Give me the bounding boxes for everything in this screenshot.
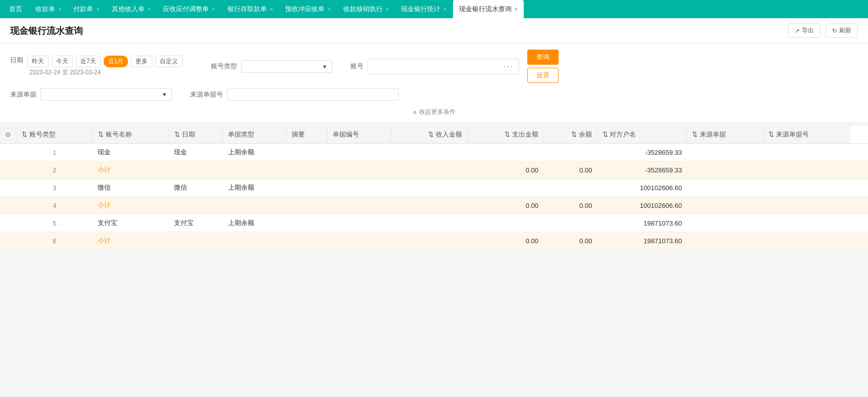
- th-expense[interactable]: ⇅ 支出金额: [467, 126, 543, 144]
- close-icon[interactable]: ×: [443, 6, 446, 12]
- cell-account-name: 微信: [169, 179, 222, 197]
- cell-summary: [327, 232, 391, 250]
- filter-area: 日期 昨天 今天 近7天 近1月 更多 自定义 2023-02-24 至 202…: [0, 43, 868, 123]
- close-icon[interactable]: ×: [270, 6, 273, 12]
- export-button[interactable]: ↗ 导出: [788, 23, 820, 38]
- export-icon: ↗: [795, 27, 800, 34]
- cell-counterparty: [687, 179, 763, 197]
- close-icon[interactable]: ×: [148, 6, 151, 12]
- th-source-doc-no[interactable]: ⇅ 来源单据号: [763, 126, 851, 144]
- cell-source-doc: [763, 179, 851, 197]
- nav-tab-4[interactable]: 银行存取款单 ×: [221, 0, 279, 18]
- nav-tab-7[interactable]: 现金银行统计 ×: [395, 0, 452, 18]
- cell-expense: 0.00: [543, 197, 597, 214]
- row-number: 5: [17, 214, 93, 232]
- date-btn-yesterday[interactable]: 昨天: [27, 56, 49, 67]
- table-row: 2小计0.000.00-3528659.33: [0, 161, 868, 179]
- account-type-select[interactable]: ▾: [241, 60, 332, 73]
- cell-source-doc-no: [850, 214, 868, 232]
- cell-source-doc: [763, 161, 851, 179]
- date-btn-custom[interactable]: 自定义: [155, 56, 182, 67]
- cell-account-type: 小计: [93, 161, 169, 179]
- row-number: 2: [17, 161, 93, 179]
- cell-balance: 19871073.60: [597, 214, 687, 232]
- cell-income: 0.00: [467, 161, 543, 179]
- source-doc-select[interactable]: ▾: [40, 88, 172, 101]
- date-label: 日期: [10, 56, 23, 65]
- th-counterparty[interactable]: ⇅ 对方户名: [597, 126, 687, 144]
- nav-tab-3[interactable]: 应收应付调整单 ×: [157, 0, 221, 18]
- source-doc-no-input[interactable]: [227, 88, 399, 101]
- th-income[interactable]: ⇅ 收入金额: [391, 126, 467, 144]
- row-number: 3: [17, 179, 93, 197]
- cell-balance: 100102606.60: [597, 197, 687, 214]
- gear-icon[interactable]: ⚙: [5, 131, 11, 139]
- cell-expense: 0.00: [543, 161, 597, 179]
- date-btn-today[interactable]: 今天: [52, 56, 73, 67]
- date-btn-7days[interactable]: 近7天: [76, 56, 101, 67]
- collapse-bar[interactable]: ∧ 收起更多条件: [10, 106, 858, 118]
- close-icon[interactable]: ×: [58, 6, 61, 12]
- nav-tab-8[interactable]: 现金银行流水查询 ×: [453, 0, 524, 18]
- cell-balance: -3528659.33: [597, 161, 687, 179]
- cell-date: 上期余额: [223, 179, 287, 197]
- dots-icon[interactable]: ···: [503, 61, 514, 72]
- cell-expense: [543, 179, 597, 197]
- date-btn-more[interactable]: 更多: [131, 56, 152, 67]
- close-icon[interactable]: ×: [212, 6, 215, 12]
- cell-expense: 0.00: [543, 232, 597, 250]
- cell-counterparty: [687, 214, 763, 232]
- th-source-doc[interactable]: ⇅ 来源单据: [687, 126, 763, 144]
- close-icon[interactable]: ×: [328, 6, 331, 12]
- close-icon[interactable]: ×: [386, 6, 389, 12]
- row-number: 4: [17, 197, 93, 214]
- cell-doc-no: [391, 197, 467, 214]
- nav-tab-6[interactable]: 收款核销执行 ×: [337, 0, 395, 18]
- cell-summary: [327, 197, 391, 214]
- th-account-name[interactable]: ⇅ 账号名称: [93, 126, 169, 144]
- cell-summary: [327, 144, 391, 161]
- cell-settings: [0, 144, 17, 161]
- cell-summary: [327, 214, 391, 232]
- filter-right-actions: 查询 设置: [527, 50, 559, 83]
- account-type-label: 账号类型: [211, 62, 237, 71]
- cell-settings: [0, 179, 17, 197]
- top-nav: 首页 收款单 × 付款单 × 其他收入单 × 应收应付调整单 × 银行存取款单 …: [0, 0, 868, 18]
- date-btn-1month[interactable]: 近1月: [104, 56, 128, 67]
- data-table-container: ⚙ ⇅ 账号类型 ⇅ 账号名称 ⇅ 日期 单据类型 摘要: [0, 126, 868, 250]
- refresh-button[interactable]: ↻ 刷新: [826, 23, 858, 38]
- close-icon[interactable]: ×: [515, 6, 518, 12]
- nav-tab-2[interactable]: 其他收入单 ×: [106, 0, 157, 18]
- row-number: 6: [17, 232, 93, 250]
- th-account-type[interactable]: ⇅ 账号类型: [17, 126, 93, 144]
- cell-doc-no: [391, 179, 467, 197]
- nav-tab-5[interactable]: 预收冲应收单 ×: [279, 0, 337, 18]
- cell-income: [467, 214, 543, 232]
- cell-source-doc: [763, 214, 851, 232]
- account-select[interactable]: ···: [368, 59, 519, 74]
- settings-button[interactable]: 设置: [527, 68, 559, 83]
- date-shortcuts: 昨天 今天 近7天 近1月 更多 自定义: [27, 56, 182, 67]
- th-date[interactable]: ⇅ 日期: [169, 126, 222, 144]
- source-doc-no-group: 来源单据号: [190, 88, 399, 101]
- th-balance[interactable]: ⇅ 余额: [543, 126, 597, 144]
- cell-account-type: 小计: [93, 197, 169, 214]
- cell-expense: [543, 144, 597, 161]
- th-settings[interactable]: ⚙: [0, 126, 17, 144]
- cell-account-type: 支付宝: [93, 214, 169, 232]
- query-button[interactable]: 查询: [527, 50, 559, 65]
- page-title: 现金银行流水查询: [10, 25, 83, 37]
- nav-home[interactable]: 首页: [2, 0, 29, 18]
- source-doc-label: 来源单据: [10, 90, 36, 99]
- close-icon[interactable]: ×: [96, 6, 99, 12]
- cell-source-doc-no: [850, 144, 868, 161]
- cell-source-doc: [763, 197, 851, 214]
- cell-balance: 19871073.60: [597, 232, 687, 250]
- cell-doc-type: [286, 144, 327, 161]
- nav-tab-1[interactable]: 付款单 ×: [67, 0, 105, 18]
- cell-summary: [327, 161, 391, 179]
- nav-tab-0[interactable]: 收款单 ×: [29, 0, 67, 18]
- cell-settings: [0, 161, 17, 179]
- cell-counterparty: [687, 161, 763, 179]
- cell-doc-type: [286, 161, 327, 179]
